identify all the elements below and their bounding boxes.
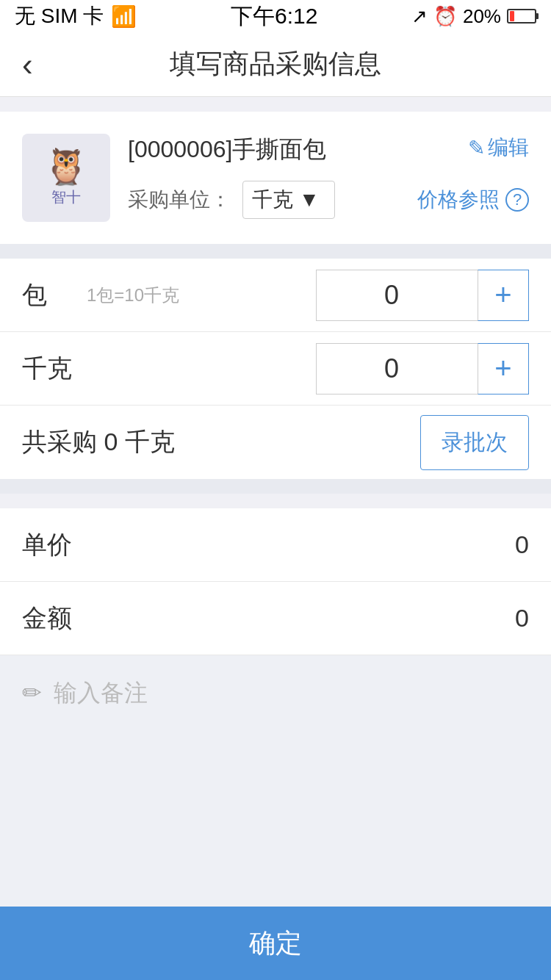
package-input-right: + <box>316 270 529 321</box>
summary-unit: 千克 <box>125 428 175 455</box>
kg-quantity-input[interactable] <box>316 343 478 394</box>
dropdown-arrow-icon: ▼ <box>299 188 320 212</box>
battery-fill <box>510 11 514 21</box>
nav-bar: ‹ 填写商品采购信息 <box>0 32 551 97</box>
owl-icon: 🦉 <box>44 149 88 184</box>
battery-percent: 20% <box>463 5 501 28</box>
edit-label: 编辑 <box>488 134 529 162</box>
summary-prefix: 共采购 <box>22 428 97 455</box>
amount-label: 金额 <box>22 602 72 635</box>
pencil-icon: ✏ <box>22 679 42 707</box>
package-label: 包 <box>22 278 81 312</box>
note-section[interactable]: ✏ 输入备注 <box>0 655 551 802</box>
package-sublabel: 1包=10千克 <box>87 284 179 307</box>
section-divider-2 <box>0 479 551 494</box>
kg-plus-icon: + <box>494 352 511 385</box>
unit-select-dropdown[interactable]: 千克 ▼ <box>242 181 335 219</box>
amount-value: 0 <box>515 604 529 633</box>
summary-amount: 0 <box>104 428 118 455</box>
product-logo: 🦉 智十 <box>44 149 88 207</box>
amount-row: 金额 0 <box>0 582 551 655</box>
unit-value: 千克 <box>252 186 293 214</box>
back-button[interactable]: ‹ <box>22 48 48 81</box>
status-right: ↗ ⏰ 20% <box>411 5 536 28</box>
status-time: 下午6:12 <box>231 1 317 32</box>
package-input-row: 包 1包=10千克 + <box>0 259 551 332</box>
kg-input-row: 千克 + <box>0 332 551 406</box>
battery-icon <box>507 9 536 24</box>
unit-price-row: 单价 0 <box>0 508 551 582</box>
price-reference-button[interactable]: 价格参照 ? <box>417 186 529 214</box>
kg-label: 千克 <box>22 352 81 386</box>
input-section: 包 1包=10千克 + 千克 + 共采购 0 <box>0 259 551 479</box>
price-ref-label: 价格参照 <box>417 186 500 214</box>
product-name: [0000006]手撕面包 <box>128 134 326 166</box>
wifi-icon: 📶 <box>111 4 137 29</box>
kg-plus-button[interactable]: + <box>478 343 529 394</box>
confirm-button[interactable]: 确定 <box>0 907 551 980</box>
summary-text: 共采购 0 千克 <box>22 425 175 459</box>
purchase-unit-label: 采购单位： <box>128 186 231 214</box>
help-icon: ? <box>505 188 529 212</box>
alarm-icon: ⏰ <box>433 5 457 28</box>
product-info: [0000006]手撕面包 ✎ 编辑 采购单位： 千克 ▼ 价格参照 ? <box>128 134 529 219</box>
battery-tip <box>536 13 539 19</box>
unit-price-label: 单价 <box>22 528 72 562</box>
product-image: 🦉 智十 <box>22 134 110 222</box>
note-placeholder: 输入备注 <box>54 677 148 710</box>
purchase-unit-row: 采购单位： 千克 ▼ 价格参照 ? <box>128 181 529 219</box>
unit-price-value: 0 <box>515 530 529 559</box>
status-left: 无 SIM 卡 📶 <box>15 2 137 30</box>
summary-row: 共采购 0 千克 录批次 <box>0 406 551 479</box>
page-title: 填写商品采购信息 <box>170 46 381 82</box>
product-header: [0000006]手撕面包 ✎ 编辑 <box>128 134 529 166</box>
package-plus-button[interactable]: + <box>478 270 529 321</box>
location-icon: ↗ <box>411 5 428 28</box>
sim-signal-text: 无 SIM 卡 <box>15 2 104 30</box>
brand-text: 智十 <box>44 187 88 207</box>
product-card: 🦉 智十 [0000006]手撕面包 ✎ 编辑 采购单位： 千克 ▼ 价格参照 <box>0 112 551 244</box>
kg-input-right: + <box>316 343 529 394</box>
section-divider-1 <box>0 244 551 259</box>
edit-button[interactable]: ✎ 编辑 <box>468 134 529 162</box>
package-quantity-input[interactable] <box>316 270 478 321</box>
record-batch-button[interactable]: 录批次 <box>420 415 529 470</box>
edit-icon: ✎ <box>468 136 485 160</box>
price-section: 单价 0 金额 0 <box>0 508 551 655</box>
status-bar: 无 SIM 卡 📶 下午6:12 ↗ ⏰ 20% <box>0 0 551 32</box>
plus-icon: + <box>494 278 511 311</box>
